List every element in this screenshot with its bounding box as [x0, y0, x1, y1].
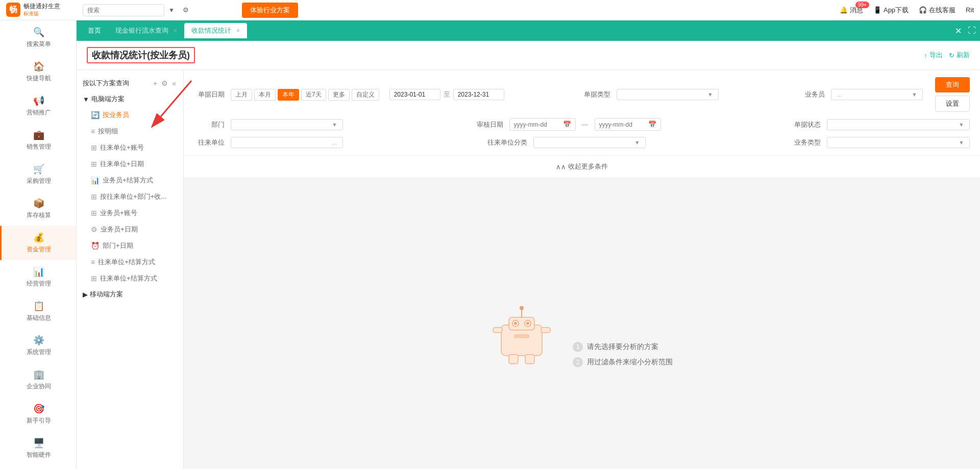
- collapse-section: ∧∧ 收起更多条件: [184, 156, 980, 177]
- scheme-item-salesperson-account[interactable]: ⊞ 业务员+账号: [77, 205, 183, 221]
- scheme-item-partner-account[interactable]: ⊞ 往来单位+账号: [77, 139, 183, 156]
- sidebar-label-basic: 基础信息: [27, 314, 51, 322]
- sidebar-item-marketing[interactable]: 📢 营销推广: [0, 89, 76, 123]
- notification-button[interactable]: 🔔 消息 99+: [840, 6, 863, 15]
- trial-button[interactable]: 体验行业方案: [242, 3, 298, 18]
- page-title-bar: 收款情况统计(按业务员) ↑ 导出 ↻ 刷新: [77, 41, 980, 70]
- review-from-input[interactable]: [514, 121, 560, 128]
- empty-illustration: [491, 299, 552, 366]
- settings-button[interactable]: 设置: [935, 96, 970, 112]
- add-scheme-button[interactable]: +: [152, 78, 158, 88]
- scheme-item-dept-date[interactable]: ⏰ 部门+日期: [77, 238, 183, 254]
- collapse-panel-button[interactable]: «: [171, 78, 177, 88]
- inventory-icon: 📦: [33, 198, 44, 209]
- sidebar-item-basic-info[interactable]: 📋 基础信息: [0, 294, 76, 329]
- date-from-input[interactable]: [389, 89, 440, 100]
- scheme-item-partner-date[interactable]: ⊞ 往来单位+日期: [77, 156, 183, 172]
- this-month-btn[interactable]: 本月: [254, 89, 276, 101]
- sidebar-item-operation[interactable]: 📊 经营管理: [0, 260, 76, 294]
- refresh-button[interactable]: ↻ 刷新: [949, 51, 970, 60]
- sidebar-label-purchase: 采购管理: [27, 177, 51, 185]
- last7-btn[interactable]: 近7天: [301, 89, 326, 101]
- scheme-settings-button[interactable]: ⚙: [160, 78, 169, 88]
- hardware-icon: 🖥️: [33, 437, 44, 449]
- scheme-detail-label: 按明细: [98, 127, 118, 136]
- tab-receipt-close-icon[interactable]: ×: [236, 27, 240, 34]
- partner-category-label: 往来单位分类: [487, 138, 527, 147]
- finance-icon: 💰: [33, 232, 44, 243]
- sidebar-item-purchase[interactable]: 🛒 采购管理: [0, 157, 76, 192]
- custom-date-btn[interactable]: 自定义: [352, 89, 379, 101]
- this-year-btn[interactable]: 本年: [278, 89, 299, 101]
- sidebar-item-wechat[interactable]: 💬 企业微信: [0, 465, 76, 469]
- tab-bank-flow[interactable]: 现金银行流水查询 ×: [108, 23, 184, 38]
- tab-receipt-stats[interactable]: 收款情况统计 ×: [184, 23, 247, 38]
- sidebar-item-smart-hw[interactable]: 🖥️ 智能硬件: [0, 431, 76, 465]
- tab-bar-right: ✕ ⛶: [955, 26, 976, 36]
- calendar-from-icon: 📅: [563, 121, 571, 128]
- sidebar-label-sales: 销售管理: [27, 143, 51, 151]
- date-to-input[interactable]: [453, 89, 504, 100]
- logo-area: 畅 畅捷通好生意 标准版: [6, 3, 83, 17]
- tab-home[interactable]: 首页: [81, 23, 108, 38]
- sidebar-label-quicknav: 快捷导航: [27, 74, 51, 83]
- svg-rect-10: [525, 355, 534, 364]
- scheme-item-salesperson-date[interactable]: ⚙ 业务员+日期: [77, 221, 183, 238]
- doc-status-dropdown[interactable]: ▼: [827, 119, 970, 130]
- tab-bank-close-icon[interactable]: ×: [174, 27, 177, 34]
- online-service-button[interactable]: 🎧 在线客服: [919, 6, 955, 15]
- scheme-item-by-detail[interactable]: ≡ 按明细: [77, 123, 183, 139]
- scheme-item-partner-settle2[interactable]: ⊞ 往来单位+结算方式: [77, 270, 183, 287]
- scheme-salesperson-label: 按业务员: [103, 110, 129, 120]
- header-search-input[interactable]: [83, 4, 164, 16]
- export-label: 导出: [929, 51, 943, 60]
- dept-dropdown[interactable]: ▼: [231, 119, 343, 130]
- partner-dropdown[interactable]: …: [231, 137, 343, 148]
- doc-type-dropdown[interactable]: ▼: [617, 89, 719, 100]
- header-dropdown[interactable]: ▼: [168, 7, 175, 14]
- collapse-label: 收起更多条件: [568, 162, 608, 171]
- header-search-area: ▼ ⚙: [83, 4, 236, 16]
- sidebar-item-search-menu[interactable]: 🔍 搜索菜单: [0, 20, 76, 55]
- notification-badge: 99+: [855, 2, 869, 8]
- review-to-input[interactable]: [599, 121, 645, 128]
- filter-row-1: 单据日期 上月 本月 本年 近7天 更多 自定义 至: [194, 77, 970, 112]
- sidebar-item-inventory[interactable]: 📦 库存核算: [0, 192, 76, 226]
- sidebar-item-guide[interactable]: 🎯 新手引导: [0, 397, 76, 431]
- biz-type-dropdown[interactable]: ▼: [827, 137, 970, 148]
- guide-icon: 🎯: [33, 403, 44, 414]
- review-date-from[interactable]: 📅: [509, 118, 576, 131]
- window-close-icon[interactable]: ✕: [955, 26, 962, 36]
- sidebar-label-smarthw: 智能硬件: [27, 451, 51, 459]
- window-maximize-icon[interactable]: ⛶: [968, 26, 976, 35]
- sidebar-item-sales[interactable]: 💼 销售管理: [0, 123, 76, 157]
- more-date-btn[interactable]: 更多: [328, 89, 350, 101]
- mobile-group-arrow-icon: ▶: [83, 291, 88, 298]
- export-button[interactable]: ↑ 导出: [924, 51, 943, 60]
- mobile-group-header[interactable]: ▶ 移动端方案: [77, 287, 183, 302]
- review-date-to[interactable]: 📅: [595, 118, 661, 131]
- desktop-group-header[interactable]: ▼ 电脑端方案: [77, 91, 183, 107]
- scheme-partner-dept-icon: ⊞: [91, 193, 97, 201]
- salesperson-dropdown[interactable]: … ▼: [831, 89, 923, 100]
- scheme-item-partner-dept[interactable]: ⊞ 按往来单位+部门+收...: [77, 189, 183, 205]
- sidebar-item-finance[interactable]: 💰 资金管理: [0, 226, 76, 260]
- scheme-item-by-salesperson[interactable]: 🔄 按业务员: [77, 107, 183, 123]
- query-button[interactable]: 查询: [935, 77, 970, 92]
- group-arrow-icon: ▼: [83, 96, 89, 103]
- sidebar-item-system[interactable]: ⚙️ 系统管理: [0, 329, 76, 363]
- partner-category-dropdown[interactable]: ▼: [533, 137, 646, 148]
- desktop-scheme-group: ▼ 电脑端方案 🔄 按业务员 ≡ 按明细 ⊞: [77, 91, 183, 287]
- collapse-button[interactable]: ∧∧ 收起更多条件: [556, 162, 608, 171]
- purchase-icon: 🛒: [33, 163, 44, 175]
- sidebar-item-enterprise[interactable]: 🏢 企业协同: [0, 363, 76, 397]
- last-month-btn[interactable]: 上月: [231, 89, 252, 101]
- page-title: 收款情况统计(按业务员): [87, 47, 195, 63]
- user-avatar[interactable]: Rit: [966, 6, 974, 14]
- desktop-group-label: 电脑端方案: [91, 95, 125, 104]
- settings-icon[interactable]: ⚙: [183, 6, 189, 14]
- sidebar-item-quick-nav[interactable]: 🏠 快捷导航: [0, 55, 76, 89]
- app-download-button[interactable]: 📱 App下载: [873, 6, 909, 15]
- scheme-item-partner-settle1[interactable]: ≡ 往来单位+结算方式: [77, 254, 183, 270]
- scheme-item-salesperson-settle[interactable]: 📊 业务员+结算方式: [77, 172, 183, 189]
